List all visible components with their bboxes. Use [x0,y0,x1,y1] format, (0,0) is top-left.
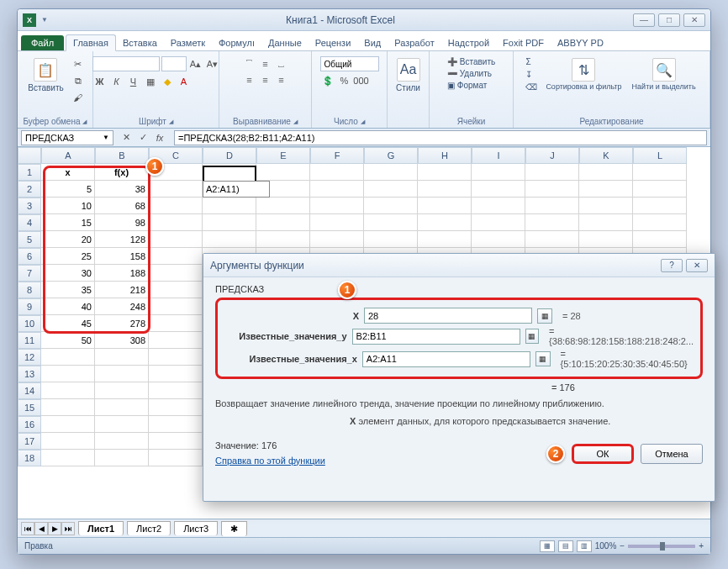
number-format-dropdown[interactable]: Общий [320,56,379,71]
cell-B16[interactable] [95,416,149,433]
col-header-I[interactable]: I [472,147,525,164]
cell-B10[interactable]: 278 [95,315,149,332]
cell-B1[interactable]: f(x) [95,164,149,181]
align-left-icon[interactable]: ≡ [242,72,257,87]
ok-button[interactable]: ОК [572,444,634,464]
cell-D4[interactable] [203,214,256,231]
cell-F5[interactable] [310,231,364,248]
dialog-titlebar[interactable]: Аргументы функции ? ✕ [203,254,715,277]
cell-I5[interactable] [472,231,525,248]
shrink-font-icon[interactable]: A▾ [205,56,220,71]
sheet-tab-1[interactable]: Лист1 [78,521,124,535]
cell-A1[interactable]: x [41,164,95,181]
tab-foxit[interactable]: Foxit PDF [496,35,551,50]
cell-C6[interactable] [149,248,203,265]
cell-A15[interactable] [41,399,95,416]
cell-A3[interactable]: 10 [41,198,95,214]
zoom-slider[interactable] [628,545,695,548]
styles-button[interactable]: Aa Стили [392,56,425,94]
zoom-out-button[interactable]: − [620,541,625,551]
cell-C16[interactable] [149,416,203,433]
cell-C2[interactable] [149,181,203,198]
cell-J1[interactable] [525,164,579,181]
cell-I2[interactable] [472,181,525,198]
cell-B5[interactable]: 128 [95,231,149,248]
cell-E5[interactable] [256,231,310,248]
expand-icon[interactable]: ◢ [293,119,298,125]
cell-B15[interactable] [95,399,149,416]
dialog-help-button[interactable]: ? [661,259,683,272]
tab-home[interactable]: Главная [66,34,116,51]
cell-K4[interactable] [579,214,633,231]
col-header-D[interactable]: D [203,147,256,164]
format-cells-button[interactable]: ▣Формат [446,80,489,91]
cell-B3[interactable]: 68 [95,198,149,214]
cut-icon[interactable]: ✂ [71,56,86,71]
select-all-corner[interactable] [18,147,41,164]
row-header-9[interactable]: 9 [18,298,41,315]
cell-C9[interactable] [149,298,203,315]
row-header-10[interactable]: 10 [18,315,41,332]
tab-view[interactable]: Вид [357,35,388,50]
expand-icon[interactable]: ◢ [361,119,365,125]
comma-icon[interactable]: 000 [354,73,369,88]
cell-B14[interactable] [95,382,149,399]
cell-F3[interactable] [310,198,364,214]
close-button[interactable]: ✕ [683,13,705,27]
dialog-help-link[interactable]: Справка по этой функции [215,456,325,466]
cell-A8[interactable]: 35 [41,282,95,298]
row-header-11[interactable]: 11 [18,332,41,349]
cell-B2[interactable]: 38 [95,181,149,198]
cell-A18[interactable] [41,450,95,466]
percent-icon[interactable]: % [337,73,352,88]
cell-A13[interactable] [41,366,95,382]
row-header-18[interactable]: 18 [18,450,41,466]
cell-A6[interactable]: 25 [41,248,95,265]
tab-data[interactable]: Данные [261,35,309,50]
row-header-1[interactable]: 1 [18,164,41,181]
cell-J3[interactable] [525,198,579,214]
row-header-13[interactable]: 13 [18,366,41,382]
cell-G5[interactable] [364,231,418,248]
cell-B7[interactable]: 188 [95,265,149,282]
cell-A2[interactable]: 5 [41,181,95,198]
expand-icon[interactable]: ◢ [82,119,87,125]
cell-A9[interactable]: 40 [41,298,95,315]
cell-C17[interactable] [149,433,203,450]
font-color-icon[interactable]: A [177,74,192,89]
cell-C4[interactable] [149,214,203,231]
cell-B11[interactable]: 308 [95,332,149,349]
italic-icon[interactable]: К [109,74,124,89]
row-header-16[interactable]: 16 [18,416,41,433]
row-header-4[interactable]: 4 [18,214,41,231]
cell-B12[interactable] [95,349,149,366]
sheet-nav-last[interactable]: ⏭ [61,522,75,535]
formula-cancel-button[interactable]: ✕ [119,130,134,145]
zoom-slider-thumb[interactable] [660,542,665,551]
cell-C7[interactable] [149,265,203,282]
cell-B6[interactable]: 158 [95,248,149,265]
font-name-dropdown[interactable] [92,56,160,71]
find-select-button[interactable]: 🔍 Найти и выделить [629,56,699,93]
align-center-icon[interactable]: ≡ [258,72,273,87]
row-header-17[interactable]: 17 [18,433,41,450]
tab-insert[interactable]: Вставка [116,35,164,50]
col-header-G[interactable]: G [364,147,418,164]
grow-font-icon[interactable]: A▴ [188,56,203,71]
formula-enter-button[interactable]: ✓ [135,130,150,145]
cell-C15[interactable] [149,399,203,416]
tab-addins[interactable]: Надстрой [441,35,496,50]
sheet-tab-3[interactable]: Лист3 [174,521,218,535]
cell-B17[interactable] [95,433,149,450]
minimize-button[interactable]: — [633,13,655,27]
cell-G3[interactable] [364,198,418,214]
zoom-in-button[interactable]: + [699,541,704,551]
cell-L3[interactable] [633,198,687,214]
col-header-F[interactable]: F [310,147,364,164]
arg-xk-input[interactable] [362,351,530,367]
cell-B9[interactable]: 248 [95,298,149,315]
sheet-nav-first[interactable]: ⏮ [21,522,34,535]
col-header-K[interactable]: K [579,147,633,164]
row-header-12[interactable]: 12 [18,349,41,366]
cell-I4[interactable] [472,214,525,231]
